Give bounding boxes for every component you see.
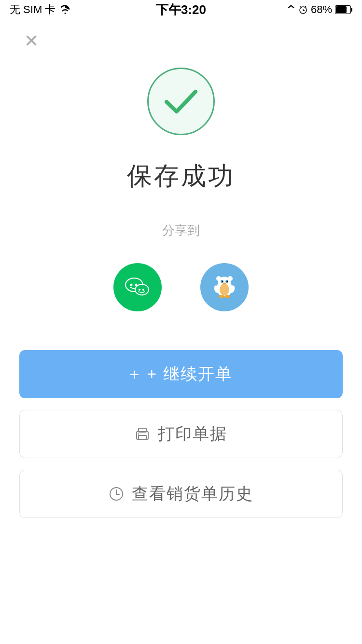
wechat-icon [124,275,152,299]
continue-button[interactable]: + + 继续开单 [19,350,343,398]
share-icons [113,263,249,311]
main-content: ✕ 保存成功 分享到 [0,19,362,537]
checkmark-icon [164,88,198,115]
wechat-share-button[interactable] [113,263,162,311]
svg-point-26 [224,295,230,298]
print-button[interactable]: 打印单据 [19,410,343,458]
qq-share-button[interactable] [200,263,249,311]
wifi-icon [59,5,71,14]
status-left: 无 SIM 卡 [10,2,71,17]
svg-rect-6 [336,6,347,13]
svg-point-25 [219,295,224,298]
print-label: 打印单据 [158,423,227,445]
svg-point-12 [135,284,149,295]
history-button[interactable]: 查看销货单历史 [19,470,343,518]
action-buttons: + + 继续开单 打印单据 查看销货单历史 [19,350,343,518]
share-label: 分享到 [153,222,209,239]
battery-icon [335,5,352,14]
alarm-icon [298,5,308,14]
svg-rect-7 [351,8,352,12]
svg-point-13 [139,289,140,291]
qq-icon [211,274,238,301]
close-icon: ✕ [24,32,39,50]
success-icon-container [147,68,215,135]
svg-point-32 [138,434,139,435]
svg-point-27 [216,276,221,281]
status-time: 下午3:20 [156,1,206,18]
svg-point-20 [227,281,228,282]
share-divider: 分享到 [19,222,343,239]
svg-point-14 [142,289,144,291]
plus-icon: + [129,365,139,384]
clock-icon [109,486,124,502]
svg-point-22 [220,284,229,295]
svg-point-28 [228,276,233,281]
continue-label: + 继续开单 [147,363,232,385]
no-sim-text: 无 SIM 卡 [10,2,56,17]
status-bar: 无 SIM 卡 下午3:20 68% [0,0,362,19]
svg-rect-31 [139,435,146,439]
svg-point-19 [222,281,223,282]
location-icon [287,5,295,14]
history-label: 查看销货单历史 [132,483,253,505]
printer-icon [135,426,150,442]
close-button[interactable]: ✕ [19,29,43,53]
svg-point-10 [130,284,133,286]
battery-text: 68% [311,3,332,16]
status-right: 68% [287,3,352,16]
success-title: 保存成功 [127,159,235,193]
